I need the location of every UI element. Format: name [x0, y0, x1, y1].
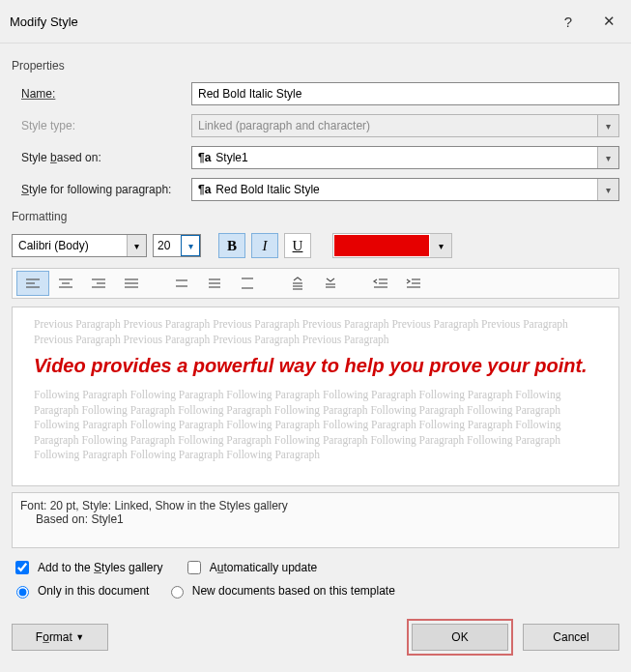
new-docs-radio[interactable]: New documents based on this template: [166, 583, 395, 599]
preview-next-paragraph: Following Paragraph Following Paragraph …: [34, 388, 601, 463]
line-spacing-2-button[interactable]: [231, 271, 264, 296]
titlebar: Modify Style ? ✕: [0, 0, 631, 44]
following-para-label: Style for following paragraph:: [12, 183, 191, 196]
increase-indent-button[interactable]: [397, 271, 430, 296]
based-on-combo[interactable]: ¶aStyle1 ▾: [191, 146, 619, 169]
ok-highlight: OK: [407, 619, 513, 656]
align-right-button[interactable]: [82, 271, 115, 296]
following-para-combo[interactable]: ¶aRed Bold Italic Style ▾: [191, 178, 619, 201]
align-center-button[interactable]: [49, 271, 82, 296]
chevron-down-icon: ▾: [597, 115, 618, 136]
font-color-combo[interactable]: ▾: [332, 233, 452, 258]
space-before-inc-button[interactable]: [281, 271, 314, 296]
preview-box: Previous Paragraph Previous Paragraph Pr…: [12, 307, 619, 486]
font-name-combo[interactable]: Calibri (Body) ▾: [12, 234, 147, 257]
name-label: Name:: [12, 87, 191, 101]
pilcrow-icon: ¶a: [198, 183, 211, 196]
align-justify-button[interactable]: [115, 271, 148, 296]
chevron-down-icon: ▼: [75, 632, 84, 642]
close-button[interactable]: ✕: [588, 8, 629, 35]
add-to-gallery-checkbox[interactable]: Add to the Styles gallery: [12, 558, 162, 577]
align-left-button[interactable]: [16, 271, 49, 296]
chevron-down-icon[interactable]: ▾: [127, 235, 146, 256]
dialog-title: Modify Style: [10, 15, 548, 29]
style-type-combo: Linked (paragraph and character) ▾: [191, 114, 619, 137]
style-description: Font: 20 pt, Style: Linked, Show in the …: [12, 492, 619, 548]
bold-button[interactable]: B: [218, 233, 245, 258]
formatting-toolbar: Calibri (Body) ▾ 20 ▾ B I U ▾: [12, 233, 619, 258]
color-swatch: [333, 234, 430, 257]
preview-prev-paragraph: Previous Paragraph Previous Paragraph Pr…: [34, 317, 601, 347]
preview-sample-text: Video provides a powerful way to help yo…: [34, 353, 601, 378]
style-type-label: Style type:: [12, 119, 191, 132]
font-size-combo[interactable]: 20 ▾: [153, 234, 201, 257]
name-input[interactable]: [191, 82, 619, 105]
cancel-button[interactable]: Cancel: [523, 624, 619, 651]
formatting-heading: Formatting: [12, 210, 619, 223]
chevron-down-icon[interactable]: ▾: [181, 235, 200, 256]
chevron-down-icon[interactable]: ▾: [597, 179, 618, 200]
chevron-down-icon[interactable]: ▾: [597, 147, 618, 168]
space-before-dec-button[interactable]: [314, 271, 347, 296]
auto-update-checkbox[interactable]: Automatically update: [184, 558, 317, 577]
ok-button[interactable]: OK: [412, 624, 508, 651]
help-button[interactable]: ?: [548, 8, 588, 35]
based-on-label: Style based on:: [12, 151, 191, 164]
paragraph-toolbar: [12, 268, 619, 299]
line-spacing-1-button[interactable]: [165, 271, 198, 296]
only-this-doc-radio[interactable]: Only in this document: [12, 583, 149, 599]
underline-button[interactable]: U: [284, 233, 311, 258]
italic-button[interactable]: I: [251, 233, 278, 258]
format-button[interactable]: Format ▼: [12, 624, 108, 651]
decrease-indent-button[interactable]: [364, 271, 397, 296]
pilcrow-icon: ¶a: [198, 151, 211, 164]
chevron-down-icon[interactable]: ▾: [430, 234, 451, 257]
properties-heading: Properties: [12, 59, 619, 73]
line-spacing-15-button[interactable]: [198, 271, 231, 296]
